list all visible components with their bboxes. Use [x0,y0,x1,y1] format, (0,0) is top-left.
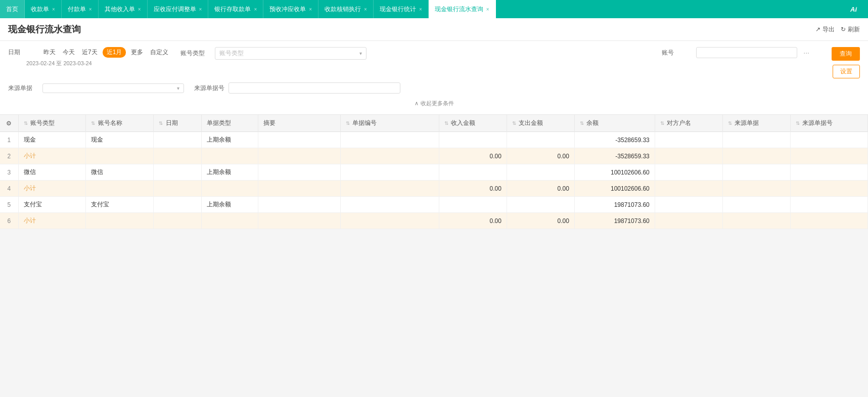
account-type-cell: 支付宝 [24,201,42,208]
settings-button[interactable]: 设置 [833,65,860,78]
col-income[interactable]: ⇅ 收入金额 [439,115,507,132]
row-account-name [86,213,154,229]
row-balance: 19871073.60 [574,197,655,213]
row-income: 0.00 [439,148,507,164]
row-account-name: 微信 [86,164,154,181]
nav-tab-7[interactable]: 现金银行统计 × [374,0,429,18]
nav-tab-5-close[interactable]: × [309,7,312,12]
row-doc-type [202,181,258,197]
col-expense[interactable]: ⇅ 支出金额 [507,115,574,132]
row-num: 3 [0,164,18,181]
nav-tab-1-close[interactable]: × [89,7,92,12]
sort-icon: ⇅ [24,120,28,126]
nav-tab-3[interactable]: 应收应付调整单 × [148,0,209,18]
collapse-bar[interactable]: ∧ 收起更多条件 [8,97,860,108]
query-button[interactable]: 查询 [832,47,860,61]
date-options: 昨天 今天 近7天 近1月 更多 自定义 [41,47,170,58]
date-range: 2023-02-24 至 2023-03-24 [26,60,92,66]
table-row: 2 小计 0.00 0.00 -3528659.33 [0,148,868,164]
nav-tab-2-close[interactable]: × [138,7,141,12]
top-nav: 首页 收款单 × 付款单 × 其他收入单 × 应收应付调整单 × 银行存取款单 … [0,0,868,18]
row-summary [258,181,341,197]
nav-tab-5[interactable]: 预收冲应收单 × [263,0,318,18]
nav-tab-7-close[interactable]: × [419,7,422,12]
row-doc-no [340,164,439,181]
row-counterpart [655,132,722,148]
nav-tab-4-label: 银行存取款单 [214,5,251,14]
col-account-type-label: 账号类型 [30,119,55,126]
collapse-icon: ∧ [415,100,419,107]
col-date[interactable]: ⇅ 日期 [154,115,202,132]
date-opt-1month[interactable]: 近1月 [103,47,126,58]
nav-tab-8-close[interactable]: × [486,7,489,12]
row-doc-type: 上期余额 [202,132,258,148]
nav-tab-6[interactable]: 收款核销执行 × [318,0,374,18]
row-account-name [86,181,154,197]
col-counterpart-label: 对方户名 [667,119,691,126]
nav-home[interactable]: 首页 [0,0,25,18]
refresh-button[interactable]: ↻ 刷新 [841,25,860,34]
row-expense: 0.00 [507,213,574,229]
nav-tab-8[interactable]: 现金银行流水查询 × [429,0,496,18]
nav-tab-2[interactable]: 其他收入单 × [99,0,148,18]
source-doc-no-input[interactable] [229,82,400,94]
col-balance[interactable]: ⇅ 余额 [574,115,655,132]
col-summary[interactable]: 摘要 [258,115,341,132]
col-counterpart[interactable]: ⇅ 对方户名 [655,115,722,132]
date-opt-today[interactable]: 今天 [61,48,77,57]
col-account-name[interactable]: ⇅ 账号名称 [86,115,154,132]
filter-area: 日期 昨天 今天 近7天 近1月 更多 自定义 2023-02-24 至 202… [0,41,868,115]
account-type-select[interactable]: 账号类型 ▾ [215,47,367,60]
row-account-name: 支付宝 [86,197,154,213]
col-account-type[interactable]: ⇅ 账号类型 [18,115,86,132]
nav-tab-4-close[interactable]: × [254,7,257,12]
row-summary [258,164,341,181]
nav-tab-5-label: 预收冲应收单 [269,5,306,14]
row-account-type: 小计 [18,181,86,197]
export-button[interactable]: ↗ 导出 [815,25,835,34]
col-doc-type-label: 单据类型 [207,119,231,126]
nav-tab-1[interactable]: 付款单 × [62,0,99,18]
row-counterpart [655,213,722,229]
account-type-placeholder: 账号类型 [219,49,244,58]
row-account-type: 小计 [18,148,86,164]
row-counterpart [655,164,722,181]
date-opt-7days[interactable]: 近7天 [80,48,100,57]
row-doc-type [202,148,258,164]
nav-tab-0-close[interactable]: × [52,7,55,12]
row-source-doc-no [790,213,867,229]
col-summary-label: 摘要 [263,119,276,126]
export-label: 导出 [823,25,835,34]
nav-tab-0[interactable]: 收款单 × [25,0,62,18]
sort-icon-11: ⇅ [796,120,800,126]
nav-tab-6-close[interactable]: × [364,7,367,12]
date-opt-more[interactable]: 更多 [129,48,145,57]
sort-icon-9: ⇅ [660,120,664,126]
sort-icon-10: ⇅ [728,120,732,126]
row-num: 4 [0,181,18,197]
row-doc-type: 上期余额 [202,197,258,213]
row-account-type: 现金 [18,132,86,148]
nav-tab-1-label: 付款单 [68,5,86,14]
row-summary [258,132,341,148]
col-source-doc-no[interactable]: ⇅ 来源单据号 [790,115,867,132]
col-doc-no[interactable]: ⇅ 单据编号 [340,115,439,132]
source-doc-select[interactable]: ▾ [42,83,184,93]
account-dots-icon[interactable]: ··· [803,49,809,57]
nav-tab-3-close[interactable]: × [199,7,202,12]
date-opt-custom[interactable]: 自定义 [148,48,170,57]
ai-badge[interactable]: Ai [845,5,862,14]
date-opt-yesterday[interactable]: 昨天 [41,48,58,57]
row-balance: 100102606.60 [574,181,655,197]
row-balance: 19871073.60 [574,213,655,229]
nav-tab-4[interactable]: 银行存取款单 × [208,0,263,18]
col-gear[interactable]: ⚙ [0,115,18,132]
refresh-icon: ↻ [841,26,846,33]
col-source-doc[interactable]: ⇅ 来源单据 [722,115,790,132]
nav-tab-6-label: 收款核销执行 [325,5,361,14]
col-doc-type[interactable]: 单据类型 [202,115,258,132]
account-input[interactable] [696,47,797,58]
refresh-label: 刷新 [848,25,860,34]
row-source-doc [722,164,790,181]
row-expense: 0.00 [507,148,574,164]
